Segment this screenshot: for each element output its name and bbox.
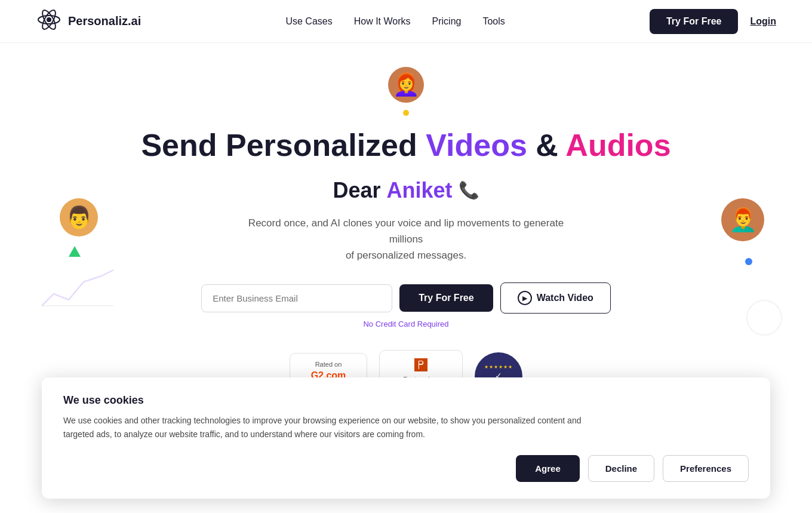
logo-icon (36, 7, 62, 36)
float-avatar-right: 👨‍🦰 (721, 198, 764, 241)
nav-use-cases[interactable]: Use Cases (285, 16, 332, 27)
float-triangle-icon (69, 246, 81, 257)
float-blue-dot (745, 258, 752, 265)
hero-title-part1: Send Personalized (141, 128, 426, 162)
yellow-dot (403, 110, 409, 116)
try-free-button[interactable]: Try For Free (399, 284, 493, 312)
hero-dear-label: Dear (333, 178, 380, 203)
hero-avatar-top: 👩‍🦰 (388, 67, 424, 103)
navbar: Personaliz.ai Use Cases How It Works Pri… (0, 0, 812, 43)
no-credit-card-label: No Credit Card Required (363, 320, 448, 328)
cookie-banner: We use cookies We use cookies and other … (42, 377, 770, 438)
ph-icon: 🅿 (414, 358, 427, 373)
logo-link[interactable]: Personaliz.ai (36, 7, 141, 36)
hero-phone-icon: 📞 (459, 180, 479, 200)
float-avatar-left: 👨 (60, 198, 98, 236)
play-icon: ▶ (518, 291, 532, 305)
nav-login-button[interactable]: Login (750, 16, 776, 27)
hero-title-middle: & (527, 128, 566, 162)
svg-point-0 (47, 17, 51, 22)
nav-actions: Try For Free Login (650, 9, 776, 34)
brand-name: Personaliz.ai (68, 14, 141, 28)
hero-personalization-row: Dear Aniket 📞 (333, 178, 479, 203)
g2-rated-label: Rated on (315, 361, 342, 368)
hero-form: Try For Free ▶ Watch Video (201, 282, 611, 314)
hero-title: Send Personalized Videos & Audios (141, 128, 670, 164)
hero-description: Record once, and AI clones your voice an… (233, 215, 579, 264)
nav-pricing[interactable]: Pricing (432, 16, 462, 27)
nav-tools[interactable]: Tools (482, 16, 505, 27)
cookie-title: We use cookies (63, 394, 749, 407)
nav-try-free-button[interactable]: Try For Free (650, 9, 738, 34)
float-circle-right (746, 300, 782, 336)
hero-title-audios: Audios (565, 128, 670, 162)
watch-video-label: Watch Video (537, 293, 593, 303)
email-input[interactable] (201, 284, 392, 312)
gdpr-stars: ★★★★★★ (484, 364, 513, 370)
hero-name: Aniket (387, 178, 453, 203)
nav-how-it-works[interactable]: How It Works (354, 16, 411, 27)
watch-video-button[interactable]: ▶ Watch Video (500, 282, 611, 314)
cookie-text: We use cookies and other tracking techno… (63, 414, 601, 438)
float-chart (36, 264, 119, 314)
hero-title-videos: Videos (426, 128, 527, 162)
nav-links: Use Cases How It Works Pricing Tools (285, 16, 505, 27)
